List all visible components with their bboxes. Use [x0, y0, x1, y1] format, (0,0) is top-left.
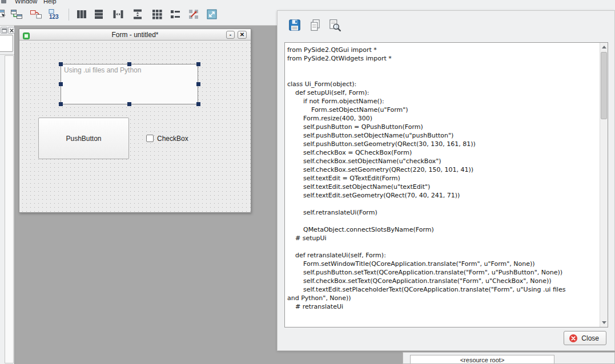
- main-toolbar: 123: [0, 6, 277, 25]
- dock-divider: [0, 54, 14, 55]
- code-preview-dialog: from PySide2.QtGui import * from PySide2…: [277, 10, 615, 351]
- menu-window[interactable]: Window: [15, 0, 37, 5]
- form-minimize-button[interactable]: -: [226, 31, 235, 39]
- form-editor-window: Form - untitled* - ✕ Using .ui files and…: [19, 29, 251, 213]
- lay-out-vertically-in-splitter-icon[interactable]: [130, 7, 145, 22]
- close-button[interactable]: Close: [564, 331, 606, 345]
- widget-box-dock-fragment: [0, 26, 15, 364]
- widget-filter-input[interactable]: [0, 35, 13, 52]
- qt-designer-app: Window Help: [0, 0, 615, 364]
- lay-out-vertically-icon[interactable]: [91, 7, 106, 22]
- widget-list-fragment[interactable]: [5, 55, 14, 363]
- dock-float-icon[interactable]: [1, 27, 7, 34]
- lay-out-in-grid-icon[interactable]: [150, 7, 164, 22]
- selection-handle-bottom-left[interactable]: [59, 102, 63, 106]
- edit-widgets-icon[interactable]: [0, 7, 9, 22]
- toolbar-separator: [69, 9, 69, 21]
- form-titlebar[interactable]: Form - untitled* - ✕: [19, 29, 251, 41]
- resource-browser-fragment: <resource root>: [403, 352, 615, 364]
- dock-close-icon[interactable]: [8, 27, 15, 34]
- selection-handle-top-right[interactable]: [196, 62, 200, 66]
- code-scrollbar[interactable]: [600, 43, 608, 327]
- tab-order-digits: 123: [49, 14, 59, 20]
- break-layout-icon[interactable]: [186, 7, 201, 22]
- resource-root-item[interactable]: <resource root>: [410, 355, 554, 364]
- code-editor-text[interactable]: from PySide2.QtGui import * from PySide2…: [285, 43, 600, 327]
- selection-handle-bottom-right[interactable]: [196, 102, 200, 106]
- lay-out-in-form-layout-icon[interactable]: [168, 7, 183, 22]
- dialog-close-icon: [569, 334, 578, 343]
- copy-icon[interactable]: [307, 17, 323, 33]
- form-close-button[interactable]: ✕: [238, 31, 247, 39]
- menu-icon: [1, 0, 6, 3]
- selection-handle-bottom-center[interactable]: [127, 102, 131, 106]
- menubar: Window Help: [0, 0, 615, 5]
- checkbox-indicator[interactable]: [146, 135, 154, 142]
- lay-out-horizontally-in-splitter-icon[interactable]: [111, 7, 126, 22]
- scroll-up-icon[interactable]: [602, 46, 606, 48]
- edit-tab-order-icon[interactable]: 123: [47, 7, 62, 22]
- lay-out-horizontally-icon[interactable]: [74, 7, 89, 22]
- scroll-down-icon[interactable]: [602, 321, 606, 324]
- pushbutton-widget[interactable]: PushButton: [38, 118, 129, 159]
- adjust-size-icon[interactable]: [204, 7, 219, 22]
- edit-signals-slots-icon[interactable]: [9, 7, 24, 22]
- close-button-label: Close: [581, 334, 599, 342]
- form-window-title: Form - untitled*: [19, 31, 251, 39]
- code-editor[interactable]: from PySide2.QtGui import * from PySide2…: [284, 42, 608, 327]
- checkbox-label: CheckBox: [157, 135, 188, 143]
- form-canvas[interactable]: Using .ui files and Python PushButton Ch…: [19, 41, 251, 212]
- menu-help[interactable]: Help: [43, 0, 57, 5]
- selection-handle-top-left[interactable]: [59, 62, 63, 66]
- edit-buddies-icon[interactable]: [29, 7, 43, 22]
- find-icon[interactable]: [327, 17, 343, 33]
- textedit-placeholder: Using .ui files and Python: [61, 64, 198, 76]
- checkbox-widget[interactable]: CheckBox: [146, 134, 188, 143]
- scrollbar-thumb[interactable]: [601, 52, 607, 119]
- selection-handle-top-center[interactable]: [127, 62, 131, 66]
- selection-handle-mid-left[interactable]: [59, 82, 63, 86]
- save-icon[interactable]: [287, 17, 303, 33]
- selection-handle-mid-right[interactable]: [196, 82, 200, 86]
- textedit-widget[interactable]: Using .ui files and Python: [61, 64, 198, 104]
